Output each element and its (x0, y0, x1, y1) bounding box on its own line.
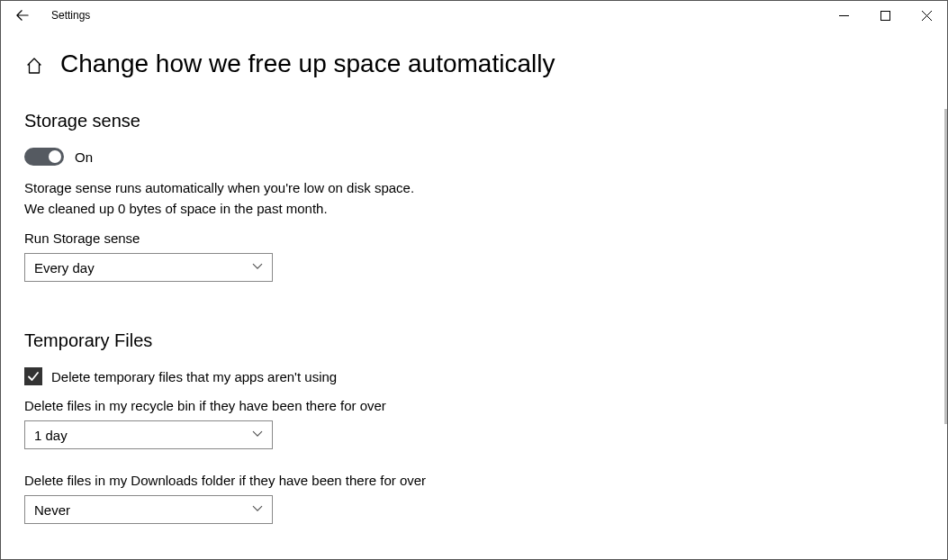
recycle-bin-dropdown[interactable]: 1 day (24, 420, 273, 449)
storage-sense-toggle-row: On (24, 148, 924, 166)
back-arrow-icon (16, 9, 29, 22)
page-header: Change how we free up space automaticall… (24, 50, 924, 78)
run-storage-sense-label: Run Storage sense (24, 230, 924, 246)
window-controls (823, 1, 947, 30)
titlebar: Settings (1, 1, 947, 30)
run-storage-sense-value: Every day (34, 260, 95, 275)
maximize-button[interactable] (864, 1, 906, 30)
close-icon (922, 11, 932, 21)
run-storage-sense-dropdown[interactable]: Every day (24, 253, 273, 282)
scrollbar[interactable] (944, 109, 947, 424)
delete-temp-files-checkbox[interactable] (24, 367, 42, 385)
temporary-files-heading: Temporary Files (24, 330, 924, 351)
close-button[interactable] (906, 1, 947, 30)
checkmark-icon (27, 370, 40, 383)
chevron-down-icon (252, 427, 263, 442)
storage-sense-desc-line1: Storage sense runs automatically when yo… (24, 178, 924, 197)
storage-sense-toggle-label: On (75, 149, 93, 165)
app-title: Settings (51, 9, 90, 22)
home-icon (25, 57, 43, 75)
maximize-icon (880, 11, 890, 21)
downloads-dropdown[interactable]: Never (24, 495, 273, 524)
svg-rect-0 (880, 11, 889, 20)
storage-sense-heading: Storage sense (24, 111, 924, 131)
back-button[interactable] (6, 1, 39, 30)
chevron-down-icon (252, 501, 263, 517)
storage-sense-toggle[interactable] (24, 148, 64, 166)
content-area: Change how we free up space automaticall… (1, 30, 947, 559)
settings-window: Settings Change how we free up space aut… (0, 0, 948, 560)
page-title: Change how we free up space automaticall… (60, 50, 555, 78)
chevron-down-icon (252, 259, 263, 275)
toggle-knob (49, 150, 61, 163)
storage-sense-desc-line2: We cleaned up 0 bytes of space in the pa… (24, 199, 924, 218)
recycle-bin-value: 1 day (34, 428, 68, 443)
delete-temp-files-row: Delete temporary files that my apps aren… (24, 367, 924, 385)
minimize-icon (839, 11, 849, 21)
home-button[interactable] (24, 56, 44, 76)
downloads-value: Never (34, 502, 70, 518)
minimize-button[interactable] (823, 1, 864, 30)
downloads-label: Delete files in my Downloads folder if t… (24, 473, 924, 488)
recycle-bin-label: Delete files in my recycle bin if they h… (24, 398, 924, 413)
delete-temp-files-label: Delete temporary files that my apps aren… (51, 369, 337, 384)
